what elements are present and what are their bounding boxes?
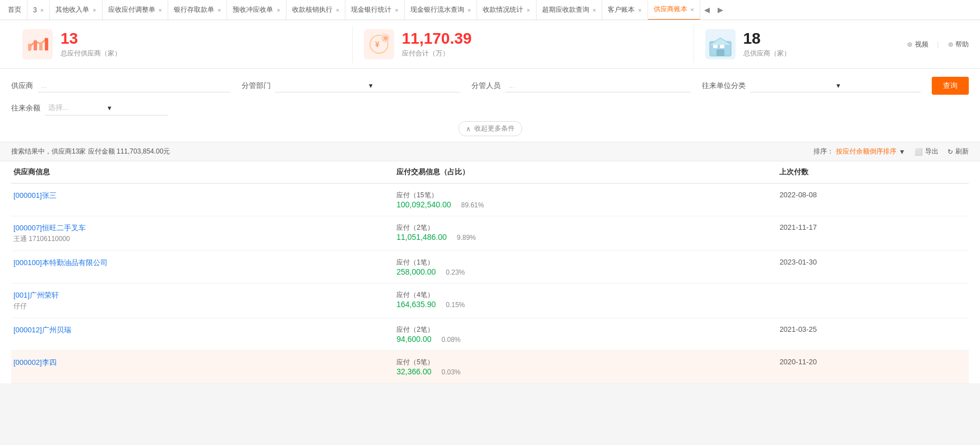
tx-label: 应付（2笔） xyxy=(396,223,775,233)
close-icon[interactable]: × xyxy=(395,7,398,13)
last-pay-date: 2020-11-20 xyxy=(779,358,817,366)
tx-amount[interactable]: 11,051,486.00 xyxy=(396,233,447,242)
svg-rect-12 xyxy=(713,45,718,48)
supplier-link[interactable]: [000007]恒旺二手叉车 xyxy=(13,224,86,232)
total-suppliers-icon xyxy=(705,29,736,59)
filter-category: 往来单位分类 ▾ xyxy=(702,79,921,92)
refresh-icon: ↻ xyxy=(947,148,953,156)
chevron-down-icon: ▾ xyxy=(108,104,165,112)
tx-amount[interactable]: 94,600.00 xyxy=(396,335,431,344)
stat-label-payable-total: 应付合计（万） xyxy=(402,49,472,58)
tx-amount[interactable]: 32,366.00 xyxy=(396,367,431,376)
tx-info-cell: 应付（2笔） 94,600.00 0.08% xyxy=(394,325,777,344)
tx-pct: 89.61% xyxy=(461,201,484,209)
nav-tab-other-income[interactable]: 其他收入单 × xyxy=(50,0,102,20)
last-pay-cell: 2021-03-25 xyxy=(777,325,969,333)
svg-rect-13 xyxy=(720,45,724,48)
nav-tab-ar-adjust[interactable]: 应收应付调整单 × xyxy=(103,0,168,20)
tx-label: 应付（15笔） xyxy=(396,191,775,200)
dept-dropdown[interactable]: ▾ xyxy=(275,79,461,92)
last-pay-cell: 2023-01-30 xyxy=(777,258,969,266)
nav-tab-cash-bank-flow[interactable]: 现金银行流水查询 × xyxy=(405,0,477,20)
supplier-input[interactable] xyxy=(38,79,230,92)
balance-label: 往来余额 xyxy=(11,103,40,113)
stat-total-suppliers: 18 总供应商（家） xyxy=(694,26,908,63)
tx-info-cell: 应付（1笔） 258,000.00 0.23% xyxy=(394,258,777,276)
supplier-link[interactable]: [001]广州荣轩 xyxy=(13,291,59,299)
nav-tab-collection[interactable]: 收款核销执行 × xyxy=(286,0,345,20)
supplier-link[interactable]: [000012]广州贝瑞 xyxy=(13,326,71,334)
tx-info-cell: 应付（5笔） 32,366.00 0.03% xyxy=(394,358,777,376)
result-bar: 搜索结果中，供应商13家 应付金额 111,703,854.00元 排序： 按应… xyxy=(0,142,980,161)
nav-prev-arrow[interactable]: ◀ xyxy=(700,0,714,20)
close-icon[interactable]: × xyxy=(40,7,44,13)
close-icon[interactable]: × xyxy=(159,7,162,13)
video-link[interactable]: ⊙ 视频 xyxy=(907,40,928,49)
nav-tab-supplier-ledger[interactable]: 供应商账本 × xyxy=(648,0,700,20)
close-icon[interactable]: × xyxy=(93,7,96,13)
collapse-button[interactable]: ∧ 收起更多条件 xyxy=(459,121,522,136)
tx-amount[interactable]: 164,635.90 xyxy=(396,300,436,309)
tx-pct: 9.89% xyxy=(457,234,476,242)
export-icon: ⬜ xyxy=(914,148,923,156)
export-button[interactable]: ⬜ 导出 xyxy=(914,147,939,156)
nav-tab-overdue[interactable]: 超期应收款查询 × xyxy=(537,0,602,20)
close-icon[interactable]: × xyxy=(691,6,694,13)
payable-total-icon: ¥ 米 xyxy=(364,29,394,59)
result-summary: 搜索结果中，供应商13家 应付金额 111,703,854.00元 xyxy=(11,147,170,156)
chevron-down-icon: ▾ xyxy=(369,81,457,90)
close-icon[interactable]: × xyxy=(336,7,339,13)
close-icon[interactable]: × xyxy=(218,7,221,13)
tx-label: 应付（2笔） xyxy=(396,325,775,335)
tx-info-cell: 应付（2笔） 11,051,486.00 9.89% xyxy=(394,223,777,242)
filter-area: 供应商 分管部门 ▾ 分管人员 往来单位分类 ▾ 查询 往来余额 选择 xyxy=(0,69,980,142)
tx-pct: 0.08% xyxy=(441,336,460,344)
nav-tab-3[interactable]: 3 × xyxy=(27,0,50,20)
close-icon[interactable]: × xyxy=(593,7,596,13)
supplier-link[interactable]: [000100]本特勤油品有限公司 xyxy=(13,258,108,267)
tx-amount[interactable]: 100,092,540.00 xyxy=(396,200,451,209)
stat-label-payable-suppliers: 总应付供应商（家） xyxy=(61,49,121,58)
supplier-info-cell: [000002]李四 xyxy=(11,358,394,368)
nav-tab-home[interactable]: 首页 xyxy=(2,0,27,20)
nav-tab-prepay[interactable]: 预收冲应收单 × xyxy=(227,0,286,20)
balance-dropdown[interactable]: 选择... ▾ xyxy=(45,100,168,115)
supplier-link[interactable]: [000002]李四 xyxy=(13,358,57,367)
supplier-sub: 仔仔 xyxy=(13,302,392,311)
help-links: ⊙ 视频 | ⊙ 帮助 xyxy=(907,40,969,49)
close-icon[interactable]: × xyxy=(468,7,471,13)
refresh-button[interactable]: ↻ 刷新 xyxy=(947,147,969,156)
supplier-info-cell: [001]广州荣轩 仔仔 xyxy=(11,290,394,311)
tx-label: 应付（5笔） xyxy=(396,358,775,367)
nav-tab-cash-bank-stats[interactable]: 现金银行统计 × xyxy=(345,0,404,20)
close-icon[interactable]: × xyxy=(276,7,280,13)
supplier-info-cell: [000007]恒旺二手叉车 王通 17106110000 xyxy=(11,223,394,244)
close-icon[interactable]: × xyxy=(638,7,641,13)
nav-next-arrow[interactable]: ▶ xyxy=(714,0,727,20)
filter-dept: 分管部门 ▾ xyxy=(242,79,461,92)
stat-text-payable-total: 11,170.39 应付合计（万） xyxy=(402,31,472,58)
sort-value[interactable]: 按应付余额倒序排序 xyxy=(836,147,896,156)
table-row: [000100]本特勤油品有限公司 应付（1笔） 258,000.00 0.23… xyxy=(11,251,969,284)
last-pay-date: 2021-11-17 xyxy=(779,223,817,231)
close-icon[interactable]: × xyxy=(526,7,530,13)
search-button[interactable]: 查询 xyxy=(932,77,969,95)
col-header-lastpay: 上次付数 xyxy=(777,167,969,177)
tx-amount[interactable]: 258,000.00 xyxy=(396,267,436,276)
filter-person: 分管人员 xyxy=(471,79,691,92)
supplier-label: 供应商 xyxy=(11,81,33,91)
stat-number-payable-suppliers: 13 xyxy=(61,31,121,47)
help-link[interactable]: ⊙ 帮助 xyxy=(948,40,969,49)
nav-tab-bank[interactable]: 银行存取款单 × xyxy=(168,0,227,20)
nav-tab-customer-ledger[interactable]: 客户账本 × xyxy=(602,0,648,20)
nav-tab-collection-stats[interactable]: 收款情况统计 × xyxy=(477,0,536,20)
person-input[interactable] xyxy=(505,79,691,92)
payable-suppliers-icon xyxy=(22,29,53,59)
svg-text:米: 米 xyxy=(383,35,389,41)
filter-supplier: 供应商 xyxy=(11,79,230,92)
category-dropdown[interactable]: ▾ xyxy=(750,79,921,92)
supplier-link[interactable]: [000001]张三 xyxy=(13,191,57,200)
svg-rect-14 xyxy=(716,49,724,56)
table-row: [000012]广州贝瑞 应付（2笔） 94,600.00 0.08% 2021… xyxy=(11,318,969,351)
last-pay-cell: 2021-11-17 xyxy=(777,223,969,231)
